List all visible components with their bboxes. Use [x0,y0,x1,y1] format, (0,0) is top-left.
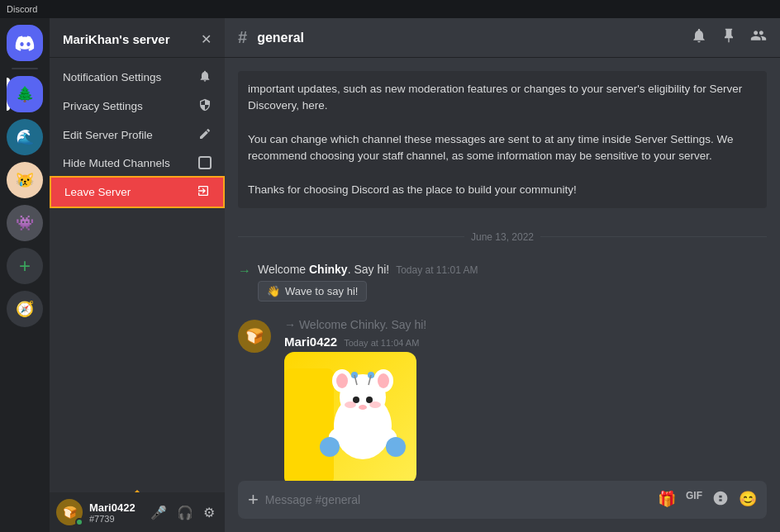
message-input[interactable] [265,483,651,516]
emoji-icon[interactable]: 😊 [739,490,757,511]
system-text: Welcome Chinky. Say hi! Today at 11:01 A… [258,263,478,276]
channel-header: # general [225,18,780,58]
server-item-s1[interactable]: 🌲 [7,76,43,112]
edit-server-profile-item[interactable]: Edit Server Profile [50,121,225,150]
pre-text-3: Thanks for choosing Discord as the place… [248,182,757,198]
gift-icon[interactable]: 🎁 [658,490,676,511]
add-attachment-button[interactable]: + [248,481,259,519]
sticker-image [284,352,416,481]
titlebar-label: Discord [7,4,37,14]
pre-text-1: important updates, such as new moderatio… [248,81,757,115]
svg-point-13 [345,401,356,408]
channel-sidebar: MariKhan's server ✕ Server Boost 💜 Invit… [50,18,225,532]
system-message-body: Welcome Chinky. Say hi! Today at 11:01 A… [258,263,478,302]
sidebar-header: MariKhan's server ✕ [50,18,225,58]
welcomed-user: Chinky [309,263,348,276]
add-server-icon: + [19,254,31,278]
date-divider-text: June 13, 2022 [464,231,540,243]
notification-settings-item[interactable]: Notification Settings [50,63,225,92]
add-server-button[interactable]: + [7,248,43,284]
svg-rect-0 [284,368,334,481]
message-body-mari0422: → Welcome Chinky. Say hi! Mari0422 Today… [284,318,767,481]
server-icon-s1[interactable]: 🌲 [7,76,43,112]
privacy-settings-label: Privacy Settings [63,100,143,112]
status-dot [75,518,83,526]
notification-settings-label: Notification Settings [63,71,161,83]
reply-text: → Welcome Chinky. Say hi! [284,318,767,331]
wave-emoji: 👋 [267,285,280,297]
notification-icon [198,69,212,85]
messages-area[interactable]: important updates, such as new moderatio… [225,58,780,481]
explore-servers-button[interactable]: 🧭 [7,291,43,327]
svg-point-14 [369,401,381,408]
svg-point-6 [378,373,389,388]
svg-point-8 [366,397,373,403]
message-time: Today at 11:04 AM [344,338,419,348]
svg-point-15 [359,405,367,410]
server-icon-s3[interactable]: 😿 [7,162,43,198]
user-avatar: 🍞 [56,499,83,525]
server-name: MariKhan's server [63,32,169,46]
svg-point-7 [353,397,359,403]
wave-button[interactable]: 👋 Wave to say hi! [258,281,367,302]
channel-name: general [257,31,304,45]
system-message-time: Today at 11:01 AM [396,264,478,276]
message-input-area: + 🎁 GIF 😊 [225,481,780,532]
members-header-icon[interactable] [750,27,767,48]
header-icons [691,27,767,48]
sticker-container [284,352,416,481]
svg-point-18 [320,437,340,457]
server-item-s4[interactable]: 👾 [7,205,43,241]
server-icon-s2[interactable]: 🌊 [7,119,43,155]
date-divider: June 13, 2022 [238,231,767,243]
user-info: Mari0422 #7739 [89,501,140,524]
close-button[interactable]: ✕ [201,31,212,47]
sticker-icon[interactable] [712,490,729,511]
discord-home-button[interactable] [7,25,43,61]
context-menu: Notification Settings Privacy Settings [50,59,225,211]
user-area: 🍞 Mari0422 #7739 🎤 🎧 ⚙ [50,492,225,532]
svg-point-5 [336,373,348,388]
mic-button[interactable]: 🎤 [147,501,170,524]
svg-point-19 [386,437,406,457]
pre-text-2: You can change which channel these messa… [248,131,757,165]
user-name: Mari0422 [89,501,140,514]
notifications-header-icon[interactable] [691,27,707,48]
leave-server-label: Leave Server [64,186,131,198]
system-arrow-icon: → [238,264,251,278]
avatar-emoji: 🍞 [63,506,77,519]
pin-header-icon[interactable] [721,27,737,48]
headphones-button[interactable]: 🎧 [174,501,197,524]
system-message-chinky: → Welcome Chinky. Say hi! Today at 11:01… [238,259,767,305]
user-controls: 🎤 🎧 ⚙ [147,501,218,524]
privacy-settings-item[interactable]: Privacy Settings [50,92,225,121]
hide-muted-channels-item[interactable]: Hide Muted Channels [50,150,225,176]
server-item-s2[interactable]: 🌊 [7,119,43,155]
server-list: 🌲 🌊 😿 👾 + 🧭 [0,18,50,532]
app-layout: 🌲 🌊 😿 👾 + 🧭 [0,18,780,532]
checkbox-icon [198,156,212,169]
message-input-container: + 🎁 GIF 😊 [238,481,767,519]
edit-icon [198,127,212,143]
message-author: Mari0422 [284,335,337,349]
explore-icon: 🧭 [16,300,34,318]
server-icon-s4[interactable]: 👾 [7,205,43,241]
server-message-block: important updates, such as new moderatio… [238,71,767,208]
wave-label: Wave to say hi! [285,285,358,297]
channel-hash-icon: # [238,28,247,47]
server-item-s3[interactable]: 😿 [7,162,43,198]
gif-icon[interactable]: GIF [686,490,702,511]
settings-button[interactable]: ⚙ [200,501,218,524]
leave-server-icon [197,184,210,200]
main-content: # general [225,18,780,532]
leave-server-item[interactable]: Leave Server [50,176,225,208]
message-avatar-mari0422: 🍞 [238,320,271,353]
wave-button-wrapper: 👋 Wave to say hi! [258,276,478,302]
hide-muted-channels-label: Hide Muted Channels [63,157,170,169]
user-tag: #7739 [89,514,140,524]
message-header-mari0422: Mari0422 Today at 11:04 AM [284,335,767,349]
server-divider [12,68,38,69]
input-icons: 🎁 GIF 😊 [658,490,757,511]
privacy-icon [198,98,212,114]
edit-server-profile-label: Edit Server Profile [63,129,153,141]
